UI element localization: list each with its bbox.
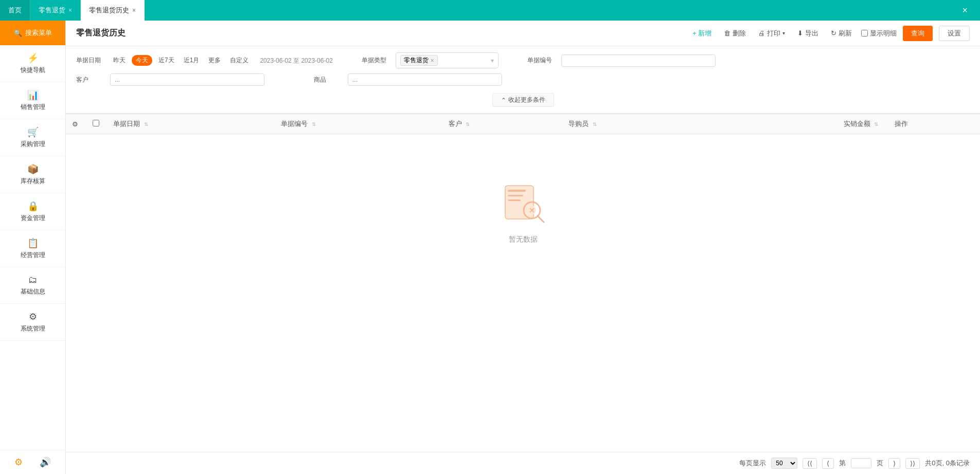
volume-icon[interactable]: 🔊 — [40, 457, 51, 468]
table-settings-icon[interactable]: ⚙ — [72, 120, 78, 128]
select-all-checkbox[interactable] — [93, 120, 99, 126]
sidebar-item-sales[interactable]: 📊 销售管理 — [0, 82, 65, 119]
main-layout: 🔍 搜索菜单 ⚡ 快捷导航 📊 销售管理 🛒 采购管理 📦 库存核算 🔒 资金管… — [0, 21, 980, 474]
doc-type-dropdown-icon: ▾ — [491, 57, 494, 64]
th-number-sort-icon: ⇅ — [312, 121, 316, 127]
th-guide-sort-icon: ⇅ — [593, 121, 597, 127]
refresh-button[interactable]: ↻ 刷新 — [828, 27, 855, 40]
quick-nav-icon: ⚡ — [27, 52, 39, 64]
page-number-input[interactable]: 1 — [851, 458, 871, 468]
sidebar-item-quick-nav[interactable]: ⚡ 快捷导航 — [0, 45, 65, 82]
th-date[interactable]: 单据日期 ⇅ — [107, 114, 275, 134]
sidebar-item-finance[interactable]: 🔒 资金管理 — [0, 193, 65, 230]
total-records-label: 共0页, 0条记录 — [925, 459, 970, 468]
pagination-bar: 每页显示 50 10 20 100 ⟨⟨ ⟨ 第 1 页 ⟩ ⟩⟩ 共0页, 0… — [66, 452, 980, 474]
date-btn-custom[interactable]: 自定义 — [227, 55, 252, 66]
content-area: 零售退货历史 + 新增 🗑 删除 🖨 🖨 打印 打印 ▾ ⬇ 导出 ↻ 刷新 — [66, 21, 980, 474]
next-page-button[interactable]: ⟩ — [888, 458, 900, 469]
top-bar-right: × — [958, 5, 980, 16]
th-action: 操作 — [888, 114, 980, 134]
date-btn-7days[interactable]: 近7天 — [155, 55, 177, 66]
th-date-label: 单据日期 — [113, 120, 140, 127]
sidebar-item-system[interactable]: ⚙ 系统管理 — [0, 304, 65, 341]
system-icon: ⚙ — [29, 311, 37, 322]
tab-retail-return-close[interactable]: × — [68, 7, 72, 14]
sidebar-item-purchase[interactable]: 🛒 采购管理 — [0, 119, 65, 156]
date-btn-yesterday[interactable]: 昨天 — [110, 55, 129, 66]
doc-number-label: 单据编号 — [527, 56, 553, 65]
export-button[interactable]: ⬇ 导出 — [794, 27, 822, 40]
tab-retail-return-history-close[interactable]: × — [132, 7, 136, 14]
date-range-display: 2023-06-02 至 2023-06-02 — [260, 57, 332, 65]
customer-filter-label: 客户 — [76, 76, 102, 84]
th-number-label: 单据编号 — [281, 120, 308, 127]
th-guide-label: 导购员 — [568, 120, 589, 127]
page-suffix-label: 页 — [877, 459, 883, 468]
sidebar-item-inventory[interactable]: 📦 库存核算 — [0, 156, 65, 193]
top-bar: 首页 零售退货 × 零售退货历史 × × — [0, 0, 980, 21]
sidebar-search[interactable]: 🔍 搜索菜单 — [0, 21, 65, 45]
th-customer-sort-icon: ⇅ — [466, 121, 470, 127]
sidebar-item-finance-label: 资金管理 — [21, 214, 45, 223]
goods-input[interactable] — [348, 74, 502, 86]
doc-type-select[interactable]: 零售退货 × ▾ — [396, 52, 498, 68]
print-button[interactable]: 🖨 🖨 打印 打印 ▾ — [755, 27, 788, 40]
sidebar-item-inventory-label: 库存核算 — [21, 177, 45, 186]
tab-retail-return-history[interactable]: 零售退货历史 × — [81, 0, 145, 21]
sidebar: 🔍 搜索菜单 ⚡ 快捷导航 📊 销售管理 🛒 采购管理 📦 库存核算 🔒 资金管… — [0, 21, 66, 474]
customer-input[interactable] — [110, 74, 264, 86]
tab-home[interactable]: 首页 — [0, 0, 30, 21]
th-guide[interactable]: 导购员 ⇅ — [562, 114, 706, 134]
sales-icon: 📊 — [27, 89, 39, 101]
per-page-select[interactable]: 50 10 20 100 — [771, 458, 797, 469]
svg-line-5 — [538, 216, 544, 222]
show-detail-checkbox[interactable] — [861, 30, 868, 37]
empty-state-cell: 暂无数据 — [66, 134, 980, 286]
th-amount[interactable]: 实销金额 ⇅ — [706, 114, 888, 134]
sidebar-item-basic-info[interactable]: 🗂 基础信息 — [0, 267, 65, 304]
tab-retail-return-history-label: 零售退货历史 — [89, 6, 129, 15]
th-settings[interactable]: ⚙ — [66, 114, 86, 134]
new-button[interactable]: + 新增 — [689, 27, 715, 40]
th-number[interactable]: 单据编号 ⇅ — [275, 114, 442, 134]
table-header: ⚙ 单据日期 ⇅ 单据编号 ⇅ — [66, 114, 980, 134]
query-button[interactable]: 查询 — [903, 26, 933, 41]
sidebar-item-operation[interactable]: 📋 经营管理 — [0, 230, 65, 267]
show-detail-label: 显示明细 — [870, 29, 897, 38]
page-prefix-label: 第 — [839, 459, 846, 468]
sidebar-item-sales-label: 销售管理 — [21, 103, 45, 112]
setting-button[interactable]: 设置 — [939, 26, 970, 41]
filter-row-1: 单据日期 昨天 今天 近7天 近1月 更多 自定义 2023-06-02 至 2… — [76, 52, 970, 68]
th-date-sort-icon: ⇅ — [144, 121, 148, 127]
empty-state-icon — [497, 175, 549, 227]
sidebar-item-operation-label: 经营管理 — [21, 251, 45, 260]
prev-page-button[interactable]: ⟨ — [822, 458, 834, 469]
th-amount-sort-icon: ⇅ — [874, 121, 878, 127]
collapse-filter-button[interactable]: ⌃ 收起更多条件 — [492, 93, 554, 107]
date-filter-label: 单据日期 — [76, 56, 102, 65]
window-close-button[interactable]: × — [958, 5, 972, 16]
svg-rect-2 — [508, 195, 523, 196]
print-dropdown-icon: ▾ — [782, 30, 785, 36]
th-amount-label: 实销金额 — [844, 120, 870, 127]
filter-row-2: 客户 商品 — [76, 74, 970, 86]
show-detail-checkbox-label[interactable]: 显示明细 — [861, 29, 897, 38]
delete-button[interactable]: 🗑 删除 — [721, 27, 749, 40]
th-action-label: 操作 — [895, 120, 908, 127]
doc-type-tag-text: 零售退货 — [404, 56, 429, 65]
last-page-button[interactable]: ⟩⟩ — [905, 458, 920, 469]
doc-type-label: 单据类型 — [362, 56, 387, 65]
page-title: 零售退货历史 — [76, 28, 126, 39]
settings-gear-icon[interactable]: ⚙ — [14, 457, 23, 468]
date-filter-buttons: 昨天 今天 近7天 近1月 更多 自定义 — [110, 55, 252, 66]
doc-number-input[interactable] — [561, 54, 716, 67]
date-btn-more[interactable]: 更多 — [205, 55, 224, 66]
data-table: ⚙ 单据日期 ⇅ 单据编号 ⇅ — [66, 114, 980, 285]
tab-retail-return[interactable]: 零售退货 × — [30, 0, 81, 21]
th-customer[interactable]: 客户 ⇅ — [442, 114, 562, 134]
date-btn-today[interactable]: 今天 — [132, 55, 152, 66]
date-btn-1month[interactable]: 近1月 — [181, 55, 203, 66]
doc-type-tag-remove[interactable]: × — [431, 57, 434, 64]
first-page-button[interactable]: ⟨⟨ — [803, 458, 817, 469]
tab-bar: 首页 零售退货 × 零售退货历史 × — [0, 0, 958, 21]
